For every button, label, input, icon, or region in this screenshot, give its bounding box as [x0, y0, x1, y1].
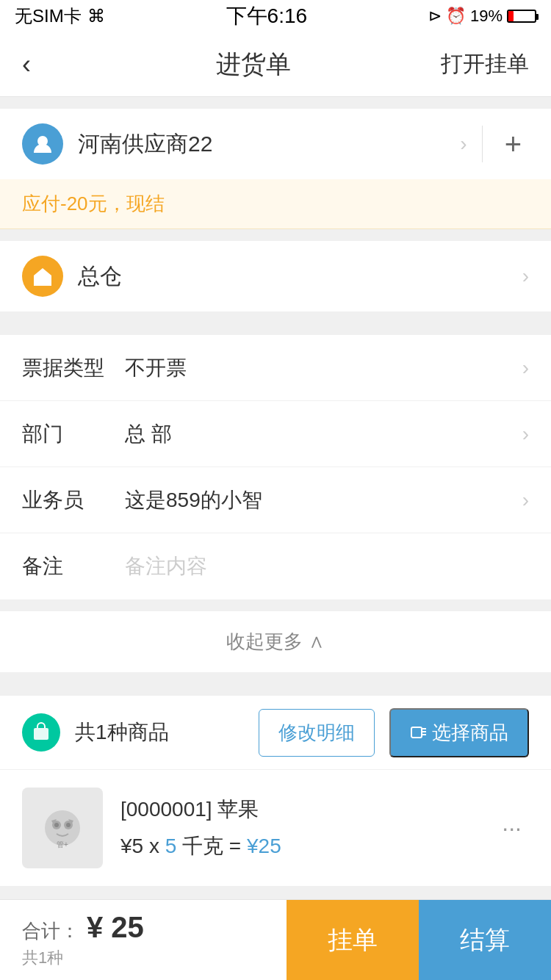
invoice-type-label: 票据类型 [22, 354, 110, 382]
product-count-icon [22, 713, 60, 752]
open-pending-button[interactable]: 打开挂单 [441, 49, 529, 79]
svg-rect-3 [411, 727, 422, 738]
supplier-alert: 应付-20元，现结 [0, 179, 551, 229]
svg-point-10 [54, 823, 59, 827]
department-chevron-icon: › [522, 422, 529, 446]
nav-bar: ‹ 进货单 打开挂单 [0, 32, 551, 97]
gap-3 [0, 311, 551, 323]
product-item: 管+ [0000001] 苹果 ¥5 x 5 千克 = ¥25 ··· [0, 769, 551, 886]
select-product-label: 选择商品 [432, 720, 508, 746]
location-icon: ⊳ [428, 7, 442, 26]
remark-label: 备注 [22, 552, 110, 580]
footer-total-label: 合计： [22, 918, 79, 944]
footer-total: 合计： ¥ 25 共1种 [0, 911, 287, 969]
gap-1 [0, 97, 551, 109]
status-right: ⊳ ⏰ 19% [428, 7, 536, 26]
battery-label: 19% [470, 7, 503, 26]
product-name: [0000001] 苹果 [120, 796, 477, 824]
salesperson-label: 业务员 [22, 486, 110, 514]
supplier-name: 河南供应商22 [78, 129, 460, 159]
warehouse-row[interactable]: 总仓 › [0, 241, 551, 311]
battery-icon [507, 10, 536, 23]
invoice-type-row[interactable]: 票据类型 不开票 › [0, 335, 551, 401]
add-supplier-button[interactable]: + [497, 128, 529, 161]
product-price: ¥5 x 5 千克 = ¥25 [120, 832, 477, 860]
footer-total-sub: 共1种 [22, 947, 287, 969]
warehouse-chevron-icon: › [522, 264, 529, 288]
svg-rect-2 [34, 728, 48, 740]
invoice-type-chevron-icon: › [522, 356, 529, 380]
product-header: 共1种商品 修改明细 选择商品 [0, 696, 551, 769]
product-thumbnail: 管+ [22, 788, 103, 868]
supplier-row[interactable]: 河南供应商22 › + [0, 109, 551, 179]
collapse-button[interactable]: 收起更多 ∧ [0, 611, 551, 672]
pending-button[interactable]: 挂单 [287, 900, 419, 981]
back-button[interactable]: ‹ [22, 49, 66, 80]
warehouse-icon [22, 256, 63, 297]
gap-2 [0, 229, 551, 241]
product-more-button[interactable]: ··· [494, 807, 529, 849]
department-label: 部门 [22, 420, 110, 448]
carrier-label: 无SIM卡 [15, 4, 82, 28]
form-section: 票据类型 不开票 › 部门 总 部 › 业务员 这是859的小智 › 备注 备注… [0, 335, 551, 599]
product-info: [0000001] 苹果 ¥5 x 5 千克 = ¥25 [120, 796, 477, 860]
salesperson-chevron-icon: › [522, 489, 529, 512]
svg-text:管+: 管+ [57, 840, 68, 849]
warehouse-name: 总仓 [78, 262, 522, 292]
edit-detail-button[interactable]: 修改明细 [259, 709, 375, 757]
wifi-icon: ⌘ [87, 6, 105, 26]
department-row[interactable]: 部门 总 部 › [0, 401, 551, 467]
department-value: 总 部 [110, 420, 515, 448]
product-count-label: 共1种商品 [75, 718, 244, 746]
salesperson-row[interactable]: 业务员 这是859的小智 › [0, 467, 551, 533]
page-title: 进货单 [216, 48, 291, 82]
supplier-avatar [22, 123, 63, 165]
salesperson-value: 这是859的小智 [110, 486, 515, 514]
alarm-icon: ⏰ [446, 7, 466, 26]
status-bar: 无SIM卡 ⌘ 下午6:16 ⊳ ⏰ 19% [0, 0, 551, 32]
select-product-button[interactable]: 选择商品 [389, 708, 529, 757]
svg-rect-1 [40, 278, 46, 286]
status-left: 无SIM卡 ⌘ [15, 4, 105, 28]
remark-row[interactable]: 备注 备注内容 [0, 533, 551, 599]
svg-point-11 [66, 823, 71, 827]
gap-4 [0, 672, 551, 684]
supplier-chevron-icon: › [460, 132, 467, 156]
invoice-type-value: 不开票 [110, 354, 515, 382]
settle-button[interactable]: 结算 [419, 900, 551, 981]
remark-placeholder[interactable]: 备注内容 [110, 552, 529, 580]
supplier-divider [482, 126, 483, 162]
footer-total-amount: ¥ 25 [87, 911, 144, 944]
status-time: 下午6:16 [226, 2, 308, 30]
footer: 合计： ¥ 25 共1种 挂单 结算 [0, 899, 551, 980]
